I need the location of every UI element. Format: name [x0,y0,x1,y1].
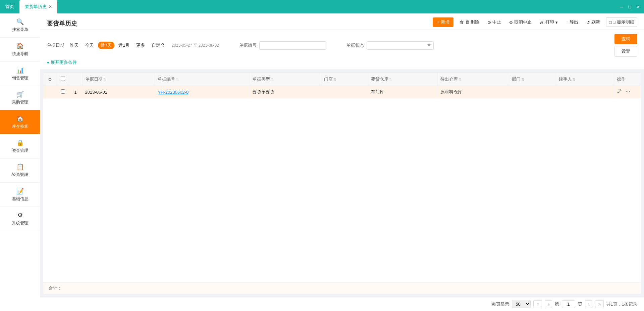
date-label: 单据日期 [47,42,64,48]
prev-page-button[interactable]: ‹ [545,300,552,308]
date-option-7days[interactable]: 近7天 [98,42,114,49]
next-page-button[interactable]: › [585,300,592,308]
filter-bar: 单据日期 昨天 今天 近7天 近1月 更多 自定义 2023-05-27 至 2… [40,30,644,70]
setting-button[interactable]: 设置 [614,46,637,57]
row-date: 2023-06-02 [82,86,155,98]
doc-number-label: 单据编号 [239,42,257,48]
sidebar-label-purchase: 采购管理 [12,99,28,105]
stop-icon: ⊘ [487,20,491,25]
date-option-custom[interactable]: 自定义 [149,42,167,49]
filter-status: 单据状态 [346,41,434,50]
filter-doc-number: 单据编号 [239,41,326,50]
th-req-warehouse[interactable]: 要货仓库 [368,73,437,86]
row-edit-icon[interactable]: 🖊 [617,89,624,95]
delete-button[interactable]: 🗑 🗑 删除 [458,18,482,27]
tab-requisition-history[interactable]: 要货单历史 ✕ [19,0,57,13]
th-doc-type[interactable]: 单据类型 [250,73,321,86]
th-store[interactable]: 门店 [321,73,368,86]
page-number-input[interactable] [562,300,575,308]
sidebar-label-shortcut: 快捷导航 [12,51,28,57]
page-size-label: 每页显示 [492,301,509,307]
th-checkbox[interactable] [57,73,69,86]
checkbox-icon: □ [609,20,612,25]
sidebar-label-finance: 资金管理 [12,148,28,153]
th-seq [69,73,82,86]
sidebar-item-inventory[interactable]: 🏠 库存核算 [0,110,40,134]
row-req-warehouse: 车间库 [368,86,437,98]
th-settings[interactable]: ⚙ [43,73,57,86]
query-button[interactable]: 查询 [614,34,637,44]
date-option-1month[interactable]: 近1月 [116,42,132,49]
refresh-icon: ↺ [586,20,590,25]
th-dept[interactable]: 部门 [509,73,556,86]
th-op: 操作 [614,73,641,86]
delete-icon: 🗑 [460,20,464,25]
page-title: 要货单历史 [47,19,77,28]
date-option-more[interactable]: 更多 [133,42,148,49]
date-option-yesterday[interactable]: 昨天 [67,42,81,49]
stop-button[interactable]: ⊘ 中止 [485,18,503,27]
print-icon: 🖨 [540,20,544,25]
display-detail-button[interactable]: □ □ 显示明细 [606,17,637,27]
sidebar-item-operations[interactable]: 📋 经营管理 [0,159,40,183]
row-dept [509,86,556,98]
tab-close-icon[interactable]: ✕ [49,4,52,9]
home-icon: 🏠 [16,42,24,50]
sidebar-item-system[interactable]: ⚙ 系统管理 [0,207,40,231]
export-icon: ↑ [566,20,568,25]
row-pending-warehouse: 原材料仓库 [437,86,509,98]
th-pending-warehouse[interactable]: 待出仓库 [437,73,509,86]
window-max-button[interactable]: □ [628,4,631,9]
sidebar-item-sales[interactable]: 📊 销售管理 [0,62,40,86]
sidebar-label-search: 搜索菜单 [12,27,28,33]
cancel-stop-button[interactable]: ⊘ 取消中止 [507,18,534,27]
th-doc-no[interactable]: 单据编号 [155,73,250,86]
table-footer: 合计： [43,282,641,294]
top-bar: 首页 要货单历史 ✕ ─ □ ✕ [0,0,644,13]
settings-icon[interactable]: ⚙ [48,77,52,82]
row-handler [556,86,614,98]
first-page-button[interactable]: « [533,300,542,308]
search-icon: 🔍 [16,18,24,26]
sidebar-label-inventory: 库存核算 [12,124,28,129]
page-size-select[interactable]: 50 20 100 [512,300,531,308]
select-all-checkbox[interactable] [61,77,65,81]
sidebar-item-search[interactable]: 🔍 搜索菜单 [0,13,40,38]
row-checkbox[interactable] [57,86,69,98]
doc-number-input[interactable] [259,41,326,50]
date-options: 昨天 今天 近7天 近1月 更多 自定义 [67,42,167,49]
sidebar-item-finance[interactable]: 🔒 资金管理 [0,134,40,159]
sidebar-item-purchase[interactable]: 🛒 采购管理 [0,86,40,110]
cart-icon: 🛒 [16,91,24,98]
tab-home[interactable]: 首页 [0,0,19,13]
row-more-icon[interactable]: ⋯ [626,89,632,95]
sidebar-item-basic[interactable]: 📝 基础信息 [0,183,40,207]
new-button[interactable]: + 新增 [433,17,453,27]
export-button[interactable]: ↑ 导出 [564,18,580,27]
row-seq: 1 [69,86,82,98]
summary-label: 合计： [49,285,62,291]
status-select[interactable] [367,41,434,50]
expand-more-button[interactable]: ▾ 展开更多条件 [47,59,637,65]
document-icon: 📝 [16,187,24,195]
row-op: 🖊 ⋯ [614,86,641,98]
data-table: ⚙ 单据日期 单据编号 单据类型 门店 要货仓库 待出仓库 [43,73,641,98]
last-page-button[interactable]: » [595,300,603,308]
th-date[interactable]: 单据日期 [82,73,155,86]
table-row: 1 2023-06-02 YH-20230602-0 要货单要货 车间库 原材料… [43,86,641,98]
filter-date: 单据日期 昨天 今天 近7天 近1月 更多 自定义 2023-05-27 至 2… [47,42,219,49]
date-range-display: 2023-05-27 至 2023-06-02 [171,43,219,48]
window-min-button[interactable]: ─ [620,4,623,9]
page-header: 要货单历史 + 新增 🗑 🗑 删除 ⊘ 中止 ⊘ 取消中止 🖨 打印 [40,13,644,30]
sidebar-item-shortcut[interactable]: 🏠 快捷导航 [0,38,40,62]
table-wrapper: ⚙ 单据日期 单据编号 单据类型 门店 要货仓库 待出仓库 [43,73,641,282]
refresh-button[interactable]: ↺ 刷新 [584,18,602,27]
table-body: 1 2023-06-02 YH-20230602-0 要货单要货 车间库 原材料… [43,86,641,98]
window-controls: ─ □ ✕ [620,4,644,9]
row-doc-no[interactable]: YH-20230602-0 [155,86,250,98]
th-handler[interactable]: 经手人 [556,73,614,86]
date-option-today[interactable]: 今天 [83,42,97,49]
print-button[interactable]: 🖨 打印 ▾ [538,18,560,27]
row-store [321,86,368,98]
window-close-button[interactable]: ✕ [636,4,640,9]
